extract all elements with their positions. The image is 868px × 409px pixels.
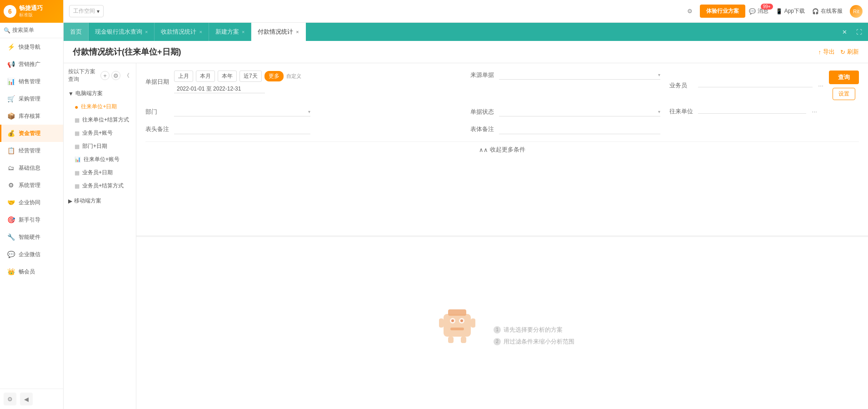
sidebar-item-guide[interactable]: 🎯新手引导	[0, 211, 63, 228]
tab-close-1[interactable]: ×	[145, 29, 148, 35]
sidebar-item-purchase[interactable]: 🛒采购管理	[0, 90, 63, 107]
sidebar-item-fund[interactable]: 💰资金管理	[0, 125, 63, 142]
sidebar-item-basic-info[interactable]: 🗂基础信息	[0, 159, 63, 177]
sidebar-item-hardware[interactable]: 🔧智能硬件	[0, 228, 63, 246]
date-btn-this-year[interactable]: 本年	[218, 71, 237, 82]
app-download-action[interactable]: 📱 App下载	[776, 7, 805, 15]
tab-0[interactable]: 首页	[64, 23, 89, 41]
scheme-item-icon-6: ▦	[75, 183, 80, 189]
tab-label-0: 首页	[70, 28, 82, 36]
sidebar-item-vip[interactable]: 👑畅会员	[0, 263, 63, 280]
partner-field: 往来单位 ···	[669, 107, 859, 116]
scheme-item-6[interactable]: ▦ 业务员+结算方式	[64, 179, 136, 192]
tab-1[interactable]: 现金银行流水查询×	[89, 23, 155, 41]
scheme-add-btn[interactable]: +	[100, 71, 110, 80]
topbar-settings-btn[interactable]: ⚙	[683, 5, 696, 18]
table-body-note-input[interactable]	[499, 124, 660, 134]
sidebar-item-marketing[interactable]: 📢营销推广	[0, 56, 63, 73]
workspace-arrow-icon: ▾	[97, 8, 100, 15]
svg-rect-1	[448, 309, 466, 316]
scheme-item-0[interactable]: ● 往来单位+日期	[64, 100, 136, 113]
sidebar-item-operation[interactable]: 📋经营管理	[0, 142, 63, 159]
scheme-item-1[interactable]: ▦ 往来单位+结算方式	[64, 113, 136, 126]
message-action[interactable]: 💬 消息 99+	[749, 7, 768, 15]
collapse-more-btn[interactable]: ∧∧ 收起更多条件	[145, 141, 859, 157]
sidebar-item-wechat[interactable]: 💬企业微信	[0, 246, 63, 263]
sidebar-icon-marketing: 📢	[7, 60, 15, 68]
filter-layout: 按以下方案查询 + ⚙ 《 ▼ 电脑端方案 ● 往来单位+日期	[64, 63, 868, 409]
source-field: 来源单据 ▾	[470, 71, 660, 80]
filter-settings-btn[interactable]: 设置	[833, 88, 855, 100]
sidebar-item-inventory[interactable]: 📦库存核算	[0, 107, 63, 125]
source-select[interactable]: ▾	[499, 71, 660, 80]
tab-close-2[interactable]: ×	[199, 29, 202, 35]
sidebar-item-system[interactable]: ⚙系统管理	[0, 177, 63, 194]
doc-status-field: 单据状态 ▾	[470, 107, 660, 116]
content-area: 付款情况统计(往来单位+日期) ↑ 导出 ↻ 刷新 按以下方案查询 +	[64, 41, 868, 409]
query-btn[interactable]: 查询	[829, 71, 859, 84]
date-range-input[interactable]	[174, 85, 265, 93]
scheme-item-4[interactable]: 📊 往来单位+账号	[64, 153, 136, 166]
message-badge: 99+	[761, 4, 773, 10]
tab-3[interactable]: 新建方案×	[209, 23, 251, 41]
sidebar-item-enterprise[interactable]: 🤝企业协同	[0, 194, 63, 211]
tab-4[interactable]: 付款情况统计×	[251, 23, 305, 41]
sidebar-search[interactable]: 🔍 搜索菜单	[0, 23, 63, 38]
scheme-item-3[interactable]: ▦ 部门+日期	[64, 140, 136, 153]
sidebar-icon-enterprise: 🤝	[7, 198, 15, 207]
tab-2[interactable]: 收款情况统计×	[155, 23, 209, 41]
scheme-panel: 按以下方案查询 + ⚙ 《 ▼ 电脑端方案 ● 往来单位+日期	[64, 63, 136, 409]
refresh-icon: ↻	[840, 49, 845, 56]
scheme-collapse-btn[interactable]: 《	[122, 71, 131, 80]
sidebar-item-sales[interactable]: 📊销售管理	[0, 73, 63, 90]
partner-dots[interactable]: ···	[810, 108, 819, 115]
tab-maximize-btn[interactable]: ⛶	[853, 26, 864, 37]
tab-close-all-btn[interactable]: ✕	[839, 26, 850, 37]
trial-btn[interactable]: 体验行业方案	[700, 5, 745, 18]
export-icon: ↑	[818, 49, 822, 56]
scheme-settings-btn[interactable]: ⚙	[111, 71, 120, 80]
logo-text: 畅捷通巧	[19, 5, 43, 12]
export-btn[interactable]: ↑ 导出	[818, 48, 835, 56]
sidebar-settings-btn[interactable]: ⚙	[4, 393, 16, 405]
sidebar-icon-purchase: 🛒	[7, 95, 15, 103]
tab-label-3: 新建方案	[215, 28, 239, 36]
workspace-name: 工作空间	[73, 7, 95, 15]
filter-area: 单据日期 上月 本月 本年 近7天 更多 自定义	[136, 63, 868, 236]
sidebar-label-sales: 销售管理	[19, 78, 40, 86]
topbar-workspace: 工作空间 ▾	[69, 5, 680, 17]
filter-row-2: 部门 ▾ 单据状态 ▾	[145, 107, 859, 116]
page-title: 付款情况统计(往来单位+日期)	[73, 46, 181, 57]
workspace-selector[interactable]: 工作空间 ▾	[69, 5, 104, 17]
scheme-group-header-desktop[interactable]: ▼ 电脑端方案	[64, 87, 136, 100]
dept-label: 部门	[145, 108, 170, 116]
dept-select[interactable]: ▾	[174, 107, 310, 116]
table-header-note-input[interactable]	[174, 124, 310, 134]
partner-select[interactable]	[698, 110, 807, 114]
online-service-action[interactable]: 🎧 在线客服	[812, 7, 843, 15]
date-btn-this-month[interactable]: 本月	[196, 71, 215, 82]
scheme-item-5[interactable]: ▦ 业务员+日期	[64, 166, 136, 179]
tab-close-4[interactable]: ×	[296, 29, 299, 35]
tab-close-3[interactable]: ×	[242, 29, 244, 35]
scheme-item-label-3: 部门+日期	[82, 142, 107, 150]
sidebar-item-quick-nav[interactable]: ⚡快捷导航	[0, 38, 63, 56]
scheme-item-icon-0: ●	[75, 103, 78, 111]
empty-hint-1: 1 请先选择要分析的方案	[494, 326, 574, 334]
sidebar-label-hardware: 智能硬件	[19, 233, 40, 241]
empty-hint-2-text: 用过滤条件来缩小分析范围	[504, 338, 574, 346]
scheme-item-2[interactable]: ▦ 业务员+账号	[64, 126, 136, 140]
refresh-btn[interactable]: ↻ 刷新	[840, 48, 859, 56]
sidebar-icon-quick-nav: ⚡	[7, 43, 15, 51]
user-avatar[interactable]: Rit	[850, 5, 863, 18]
sidebar-collapse-btn[interactable]: ◀	[20, 393, 33, 405]
doc-status-select[interactable]: ▾	[499, 107, 660, 116]
agent-dots[interactable]: ···	[816, 82, 825, 89]
sidebar-label-quick-nav: 快捷导航	[19, 43, 40, 51]
date-btn-more[interactable]: 更多	[264, 71, 284, 81]
agent-select[interactable]	[698, 83, 813, 87]
scheme-group-header-mobile[interactable]: ▶ 移动端方案	[64, 194, 136, 207]
sidebar-icon-inventory: 📦	[7, 112, 15, 120]
date-btn-last-month[interactable]: 上月	[174, 71, 193, 82]
date-btn-7days[interactable]: 近7天	[239, 71, 262, 82]
